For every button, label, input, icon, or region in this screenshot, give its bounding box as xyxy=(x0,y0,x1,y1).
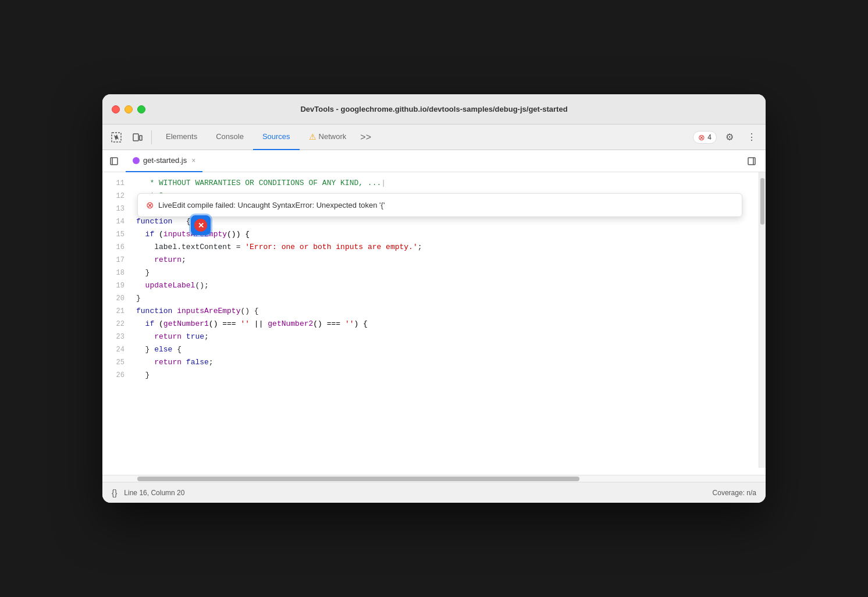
window-title: DevTools - googlechrome.github.io/devtoo… xyxy=(300,105,567,113)
close-button[interactable] xyxy=(112,105,120,113)
minimize-button[interactable] xyxy=(124,105,133,113)
more-options-button[interactable]: ⋮ xyxy=(742,128,761,147)
code-line-26: } xyxy=(136,369,756,382)
error-badge[interactable]: ⊗ 4 xyxy=(693,131,717,144)
device-toolbar-button[interactable] xyxy=(128,128,147,147)
coverage-info: Coverage: n/a xyxy=(713,489,756,497)
code-line-25: return false; xyxy=(136,356,756,369)
code-line-17: return; xyxy=(136,254,756,266)
line-num-15: 15 xyxy=(107,228,124,241)
error-count: 4 xyxy=(707,133,712,141)
inline-error-button[interactable]: ✕ xyxy=(191,215,211,235)
file-tab-name: get-started.js xyxy=(143,156,187,165)
svg-rect-2 xyxy=(140,136,142,140)
traffic-lights xyxy=(112,105,145,113)
line-num-23: 23 xyxy=(107,331,124,343)
tab-more[interactable]: >> xyxy=(355,132,376,143)
tab-network[interactable]: ⚠ Network xyxy=(300,125,356,150)
right-panel-icon xyxy=(748,157,756,165)
code-line-11: * WITHOUT WARRANTIES OR CONDITIONS OF AN… xyxy=(136,177,756,190)
devtools-toolbar: Elements Console Sources ⚠ Network >> ⊗ … xyxy=(102,125,766,150)
panel-toggle-icon xyxy=(110,157,118,165)
line-num-21: 21 xyxy=(107,305,124,318)
line-num-19: 19 xyxy=(107,279,124,292)
horizontal-scrollbar-area xyxy=(102,475,766,482)
code-line-14: function { xyxy=(136,215,756,228)
settings-button[interactable]: ⚙ xyxy=(720,128,739,147)
line-num-26: 26 xyxy=(107,369,124,382)
cursor-position: Line 16, Column 20 xyxy=(124,489,184,497)
svg-rect-1 xyxy=(133,134,138,141)
svg-rect-3 xyxy=(111,158,118,165)
status-left: {} Line 16, Column 20 xyxy=(112,488,184,498)
code-line-24: } else { xyxy=(136,343,756,356)
device-icon xyxy=(132,132,143,143)
js-file-icon xyxy=(133,157,140,164)
status-bar: {} Line 16, Column 20 Coverage: n/a xyxy=(102,482,766,503)
line-num-16: 16 xyxy=(107,241,124,254)
inline-error-x-icon: ✕ xyxy=(194,219,207,232)
line-num-14: 14 xyxy=(107,215,124,228)
devtools-window: DevTools - googlechrome.github.io/devtoo… xyxy=(102,94,766,503)
tab-sources[interactable]: Sources xyxy=(253,125,300,150)
line-num-12: 12 xyxy=(107,190,124,202)
line-num-18: 18 xyxy=(107,266,124,279)
right-panel-toggle-button[interactable] xyxy=(742,152,761,170)
tab-elements[interactable]: Elements xyxy=(156,125,207,150)
code-line-16: label.textContent = 'Error: one or both … xyxy=(136,241,756,254)
network-warning-icon: ⚠ xyxy=(309,132,316,141)
status-right: Coverage: n/a xyxy=(713,489,756,497)
file-tab-get-started[interactable]: get-started.js × xyxy=(126,150,202,172)
tab-list: Elements Console Sources ⚠ Network >> xyxy=(156,125,691,150)
error-tooltip: ⊗ LiveEdit compile failed: Uncaught Synt… xyxy=(137,193,742,217)
code-line-15: if (inputsAreEmpty()) { xyxy=(136,228,756,241)
code-area: ⊗ LiveEdit compile failed: Uncaught Synt… xyxy=(102,172,766,475)
horizontal-scrollbar-thumb[interactable] xyxy=(137,477,579,481)
code-line-20: } xyxy=(136,292,756,305)
title-bar: DevTools - googlechrome.github.io/devtoo… xyxy=(102,94,766,125)
line-num-13: 13 xyxy=(107,202,124,215)
line-num-24: 24 xyxy=(107,343,124,356)
panel-toggle-button[interactable] xyxy=(105,152,123,170)
file-tab-bar: get-started.js × xyxy=(102,150,766,172)
vertical-scrollbar[interactable] xyxy=(759,172,766,468)
file-tab-bar-right xyxy=(742,152,763,170)
vertical-scrollbar-thumb[interactable] xyxy=(760,178,764,225)
error-tooltip-icon: ⊗ xyxy=(146,200,154,211)
separator xyxy=(151,130,152,144)
line-num-20: 20 xyxy=(107,292,124,305)
error-tooltip-text: LiveEdit compile failed: Uncaught Syntax… xyxy=(158,201,385,209)
code-line-18: } xyxy=(136,266,756,279)
code-line-19: updateLabel(); xyxy=(136,279,756,292)
error-icon: ⊗ xyxy=(698,133,705,142)
line-numbers: 11 12 13 14 15 16 17 18 19 20 21 22 23 2… xyxy=(102,172,131,386)
code-line-21: function inputsAreEmpty() { xyxy=(136,305,756,318)
inspect-element-button[interactable] xyxy=(107,128,126,147)
cursor-icon xyxy=(111,132,122,143)
format-button[interactable]: {} xyxy=(112,488,117,498)
line-num-25: 25 xyxy=(107,356,124,369)
code-line-22: if (getNumber1() === '' || getNumber2() … xyxy=(136,318,756,331)
svg-rect-5 xyxy=(748,158,755,165)
code-line-23: return true; xyxy=(136,331,756,343)
line-num-11: 11 xyxy=(107,177,124,190)
file-tab-close-button[interactable]: × xyxy=(191,157,195,165)
toolbar-right: ⊗ 4 ⚙ ⋮ xyxy=(693,128,761,147)
maximize-button[interactable] xyxy=(137,105,145,113)
line-num-17: 17 xyxy=(107,254,124,266)
line-num-22: 22 xyxy=(107,318,124,331)
tab-console[interactable]: Console xyxy=(207,125,253,150)
